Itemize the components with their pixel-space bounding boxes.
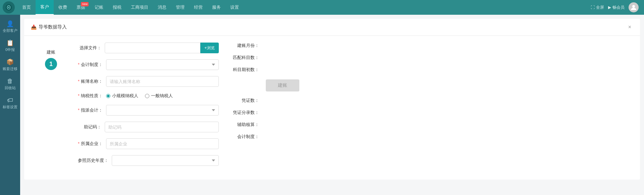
accounting-system-select[interactable] <box>106 59 219 70</box>
history-year-select[interactable] <box>112 155 219 166</box>
sidebar-label: 全部客户 <box>3 28 17 33</box>
nav-item-工商项目[interactable]: 工商项目 <box>126 0 153 15</box>
sidebar-icon: 🗑 <box>7 78 13 84</box>
nav-item-票据[interactable]: 票据new <box>72 0 90 15</box>
svg-point-2 <box>632 5 635 8</box>
tax-type-label: 纳税性质： <box>78 93 106 99</box>
nav-item-设置[interactable]: 设置 <box>226 0 244 15</box>
nav-right: ⛶ 全屏 ▶ 畅会员 <box>591 2 644 12</box>
tax-type-small-text: 小规模纳税人 <box>112 93 138 99</box>
step-label: 建账 <box>47 49 55 55</box>
tax-type-small-radio[interactable] <box>106 94 110 98</box>
tax-type-general-text: 一般纳税人 <box>151 93 173 99</box>
right-accounting-system-label: 会计制度： <box>232 134 262 140</box>
nav-badge-票据: new <box>81 2 89 6</box>
nav-item-首页[interactable]: 首页 <box>17 0 36 15</box>
tax-type-general-radio[interactable] <box>145 94 149 98</box>
file-label: 选择文件： <box>78 45 105 51</box>
ledger-name-row: 账簿名称： <box>78 76 219 87</box>
match-subjects-row: 匹配科目数： <box>232 55 333 61</box>
nav-item-报税[interactable]: 报税 <box>108 0 126 15</box>
sidebar-icon: 🏷 <box>7 97 13 103</box>
panel-close-btn[interactable]: × <box>626 23 633 31</box>
nav-item-收费[interactable]: 收费 <box>54 0 72 15</box>
memo-code-row: 助记码： <box>78 122 219 132</box>
sidebar-label: 0申报 <box>5 47 15 52</box>
file-input-group: +浏览 <box>105 43 219 53</box>
file-input[interactable] <box>105 43 200 53</box>
nav-item-经营[interactable]: 经营 <box>189 0 207 15</box>
nav-logo[interactable] <box>3 1 15 13</box>
memo-code-input[interactable] <box>105 122 219 132</box>
history-year-row: 参照历史年度： <box>78 155 219 166</box>
voucher-records-label: 凭证分录数： <box>232 110 262 116</box>
tax-type-radio-group: 小规模纳税人 一般纳税人 <box>106 93 173 99</box>
form-right: 建账月份： 匹配科目数： 科目期初数： 建账 <box>232 43 333 172</box>
sidebar-item-回收站[interactable]: 🗑回收站 <box>0 75 20 94</box>
file-row: 选择文件： +浏览 <box>78 43 219 53</box>
main-layout: 👤全部客户📋0申报📦账套迁移🗑回收站🏷标签设置 📥 导爷数据导入 × 建账 1 <box>0 15 644 195</box>
tax-type-small-label[interactable]: 小规模纳税人 <box>106 93 138 99</box>
fullscreen-btn[interactable]: ⛶ 全屏 <box>591 5 604 10</box>
history-year-label: 参照历史年度： <box>78 157 112 164</box>
nav-item-记账[interactable]: 记账 <box>90 0 108 15</box>
accounting-system-label: 会计制度： <box>78 62 106 68</box>
company-input[interactable] <box>106 138 219 149</box>
build-btn[interactable]: 建账 <box>266 79 299 91</box>
sidebar-label: 回收站 <box>5 85 16 90</box>
aux-accounting-row: 辅助核算： <box>232 122 333 128</box>
accounting-system-row: 会计制度： <box>78 59 219 70</box>
tax-type-general-label[interactable]: 一般纳税人 <box>145 93 173 99</box>
step-section: 建账 1 <box>38 43 64 172</box>
right-accounting-system-row: 会计制度： <box>232 134 333 140</box>
company-label: 所属企业： <box>78 141 106 147</box>
initial-subjects-row: 科目期初数： <box>232 67 333 73</box>
user-avatar[interactable] <box>629 2 639 12</box>
sidebar-item-0申报[interactable]: 📋0申报 <box>0 37 20 56</box>
sidebar-icon: 👤 <box>6 21 14 27</box>
form-left: 选择文件： +浏览 会计制度： <box>78 43 219 172</box>
ledger-name-input[interactable] <box>106 76 219 87</box>
svg-point-1 <box>8 7 9 8</box>
browse-btn[interactable]: +浏览 <box>200 43 219 53</box>
vip-btn[interactable]: ▶ 畅会员 <box>608 5 625 10</box>
build-month-label: 建账月份： <box>232 43 262 49</box>
vip-label: 畅会员 <box>612 5 625 10</box>
nav-item-服务[interactable]: 服务 <box>207 0 226 15</box>
accountant-row: 指派会计： <box>78 105 219 116</box>
voucher-count-row: 凭证数： <box>232 97 333 104</box>
sidebar-label: 标签设置 <box>3 105 17 110</box>
sidebar-item-全部客户[interactable]: 👤全部客户 <box>0 17 20 37</box>
nav-item-管理[interactable]: 管理 <box>171 0 189 15</box>
panel-title-text: 导爷数据导入 <box>39 24 67 30</box>
nav-item-消息[interactable]: 消息 <box>153 0 171 15</box>
sidebar: 👤全部客户📋0申报📦账套迁移🗑回收站🏷标签设置 <box>0 15 20 195</box>
company-row: 所属企业： <box>78 138 219 149</box>
voucher-records-row: 凭证分录数： <box>232 110 333 116</box>
ledger-name-label: 账簿名称： <box>78 78 106 84</box>
initial-subjects-label: 科目期初数： <box>232 67 262 73</box>
memo-code-label: 助记码： <box>78 124 105 130</box>
fullscreen-label: 全屏 <box>596 5 604 10</box>
nav-item-客户[interactable]: 客户 <box>36 0 54 15</box>
match-subjects-label: 匹配科目数： <box>232 55 262 61</box>
form-area: 建账 1 选择文件： +浏览 会计制度： <box>24 36 640 179</box>
aux-accounting-label: 辅助核算： <box>232 122 262 128</box>
tax-type-row: 纳税性质： 小规模纳税人 一般纳税人 <box>78 93 219 99</box>
sidebar-item-账套迁移[interactable]: 📦账套迁移 <box>0 56 20 75</box>
panel-title: 📥 导爷数据导入 <box>31 24 67 30</box>
sidebar-icon: 📋 <box>6 40 14 46</box>
panel-header: 📥 导爷数据导入 × <box>24 19 640 36</box>
vip-icon: ▶ <box>608 5 611 10</box>
build-btn-container: 建账 <box>232 79 333 91</box>
accountant-select[interactable] <box>106 105 219 116</box>
panel-title-icon: 📥 <box>31 24 37 30</box>
nav-items: 首页客户收费票据new记账报税工商项目消息管理经营服务设置 <box>17 0 591 15</box>
content-area: 📥 导爷数据导入 × 建账 1 选择文件： <box>20 15 644 195</box>
fullscreen-icon: ⛶ <box>591 5 595 10</box>
sidebar-item-标签设置[interactable]: 🏷标签设置 <box>0 94 20 113</box>
sidebar-icon: 📦 <box>6 59 14 65</box>
top-nav: 首页客户收费票据new记账报税工商项目消息管理经营服务设置 ⛶ 全屏 ▶ 畅会员 <box>0 0 644 15</box>
accountant-label: 指派会计： <box>78 107 106 113</box>
build-month-row: 建账月份： <box>232 43 333 49</box>
